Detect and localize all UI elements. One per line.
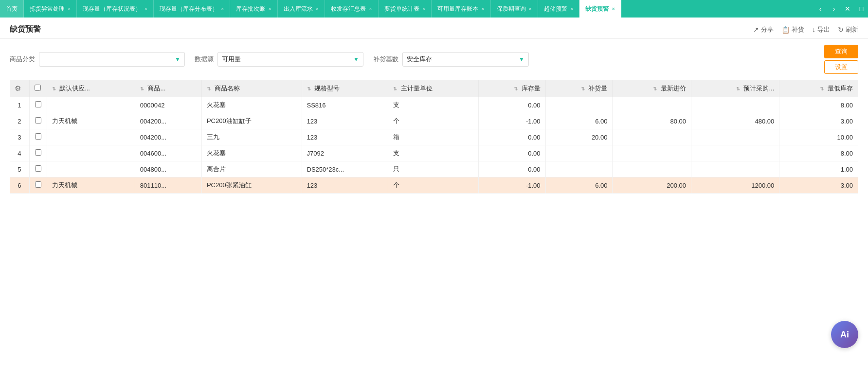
tab-available-ledger[interactable]: 可用量库存账本 × <box>432 0 490 18</box>
table-container: ⚙ ⇅ 默认供应... ⇅ 商品... ⇅ 商品名称 <box>0 80 868 194</box>
tab-inventory-dist[interactable]: 现存量（库存分布表） × <box>154 0 230 18</box>
row-latest-price <box>613 145 691 161</box>
row-unit: 支 <box>388 145 478 161</box>
row-name: 三九 <box>201 129 302 145</box>
row-supplier <box>47 129 135 145</box>
row-checkbox[interactable] <box>35 149 41 156</box>
tab-home[interactable]: 首页 <box>0 0 24 18</box>
row-name: 离合片 <box>201 161 302 177</box>
close-tab-batch-account[interactable]: × <box>268 6 271 12</box>
row-restock: 6.00 <box>545 113 613 129</box>
close-tab-inventory-dist[interactable]: × <box>221 6 224 12</box>
table-row: 1 0000042 火花塞 SS816 支 0.00 8.00 <box>10 97 858 113</box>
table-row: 6 力天机械 801110... PC200张紧油缸 123 个 -1.00 6… <box>10 177 858 194</box>
tab-abnormal[interactable]: 拣货异常处理 × <box>24 0 77 18</box>
row-restock <box>545 97 613 113</box>
row-checkbox[interactable] <box>35 133 41 140</box>
close-current-tab-btn[interactable]: ✕ <box>841 0 854 18</box>
close-tab-available-ledger[interactable]: × <box>481 6 484 12</box>
row-min-stock: 8.00 <box>779 97 858 113</box>
category-select[interactable]: ▼ <box>39 52 185 67</box>
supplier-sort-icon: ⇅ <box>52 86 56 91</box>
restock-base-filter-group: 补货基数 安全库存 ▼ <box>373 52 529 67</box>
row-unit: 只 <box>388 161 478 177</box>
row-checkbox-cell[interactable] <box>29 97 47 113</box>
export-btn[interactable]: ↓ 导出 <box>812 25 830 34</box>
main-content: 缺货预警 ↗ 分享 📋 补货 ↓ 导出 ↻ 刷新 商品分类 <box>0 18 868 387</box>
settings-button[interactable]: 设置 <box>824 60 858 74</box>
close-tab-inventory-status[interactable]: × <box>144 6 147 12</box>
restock-base-select[interactable]: 安全库存 ▼ <box>402 52 529 67</box>
row-name: 火花塞 <box>201 145 302 161</box>
row-checkbox-cell[interactable] <box>29 145 47 161</box>
tab-shortage[interactable]: 缺货预警 × <box>579 0 621 18</box>
tab-inventory-status[interactable]: 现存量（库存状况表） × <box>77 0 153 18</box>
restock-icon: 📋 <box>781 26 790 34</box>
close-tab-overstock[interactable]: × <box>570 6 573 12</box>
latest-price-sort-icon: ⇅ <box>653 86 657 91</box>
row-checkbox-cell[interactable] <box>29 129 47 145</box>
tab-nav-buttons: ‹ › ✕ □ <box>814 0 868 18</box>
row-checkbox[interactable] <box>35 181 41 188</box>
tab-scroll-next[interactable]: › <box>827 0 841 18</box>
maximize-btn[interactable]: □ <box>854 0 868 18</box>
refresh-icon: ↻ <box>838 26 844 34</box>
row-checkbox[interactable] <box>35 165 41 172</box>
row-est-purchase <box>691 145 779 161</box>
unit-sort-icon: ⇅ <box>393 86 397 91</box>
close-tab-abnormal[interactable]: × <box>68 6 71 12</box>
datasource-arrow-icon: ▼ <box>353 56 359 63</box>
code-sort-icon: ⇅ <box>140 86 144 91</box>
row-min-stock: 3.00 <box>779 177 858 194</box>
row-checkbox-cell[interactable] <box>29 177 47 194</box>
row-checkbox[interactable] <box>35 101 41 107</box>
ai-assistant-bubble[interactable]: Ai <box>831 321 858 348</box>
tab-inout-flow[interactable]: 出入库流水 × <box>278 0 325 18</box>
row-spec: 123 <box>302 113 388 129</box>
tab-batch-account[interactable]: 库存批次账 × <box>230 0 277 18</box>
datasource-label: 数据源 <box>195 55 214 64</box>
datasource-filter-group: 数据源 可用量 ▼ <box>195 52 363 67</box>
row-code: 004200... <box>135 113 201 129</box>
query-button[interactable]: 查询 <box>824 45 858 58</box>
close-tab-receipt-summary[interactable]: × <box>369 6 372 12</box>
refresh-btn[interactable]: ↻ 刷新 <box>838 25 858 34</box>
restock-btn[interactable]: 📋 补货 <box>781 25 804 34</box>
close-tab-order-stats[interactable]: × <box>422 6 425 12</box>
tab-expiry-query[interactable]: 保质期查询 × <box>491 0 538 18</box>
row-supplier: 力天机械 <box>47 113 135 129</box>
gear-icon[interactable]: ⚙ <box>15 84 21 92</box>
row-stock: -1.00 <box>478 113 545 129</box>
datasource-select[interactable]: 可用量 ▼ <box>217 52 363 67</box>
spec-sort-icon: ⇅ <box>307 86 311 91</box>
tab-order-stats[interactable]: 要货单统计表 × <box>379 0 432 18</box>
row-latest-price: 200.00 <box>613 177 691 194</box>
row-restock: 20.00 <box>545 129 613 145</box>
row-latest-price <box>613 129 691 145</box>
row-checkbox[interactable] <box>35 117 41 123</box>
col-latest-price: ⇅ 最新进价 <box>613 80 691 97</box>
row-code: 004600... <box>135 145 201 161</box>
min-stock-sort-icon: ⇅ <box>820 86 824 91</box>
row-checkbox-cell[interactable] <box>29 113 47 129</box>
row-checkbox-cell[interactable] <box>29 161 47 177</box>
restock-base-label: 补货基数 <box>373 55 398 64</box>
row-no: 3 <box>10 129 29 145</box>
restock-base-arrow-icon: ▼ <box>519 56 524 63</box>
row-stock: 0.00 <box>478 129 545 145</box>
row-supplier: 力天机械 <box>47 177 135 194</box>
close-tab-inout-flow[interactable]: × <box>316 6 319 12</box>
row-spec: DS250*23c... <box>302 161 388 177</box>
category-label: 商品分类 <box>10 55 35 64</box>
row-name: PC200张紧油缸 <box>201 177 302 194</box>
tab-receipt-summary[interactable]: 收发存汇总表 × <box>325 0 378 18</box>
close-tab-expiry-query[interactable]: × <box>529 6 532 12</box>
share-btn[interactable]: ↗ 分享 <box>753 25 774 34</box>
close-tab-shortage[interactable]: × <box>612 6 615 12</box>
row-restock <box>545 145 613 161</box>
table-row: 2 力天机械 004200... PC200油缸缸子 123 个 -1.00 6… <box>10 113 858 129</box>
tab-overstock[interactable]: 超储预警 × <box>538 0 579 18</box>
select-all-checkbox[interactable] <box>35 85 41 91</box>
tab-scroll-prev[interactable]: ‹ <box>814 0 827 18</box>
row-min-stock: 8.00 <box>779 145 858 161</box>
